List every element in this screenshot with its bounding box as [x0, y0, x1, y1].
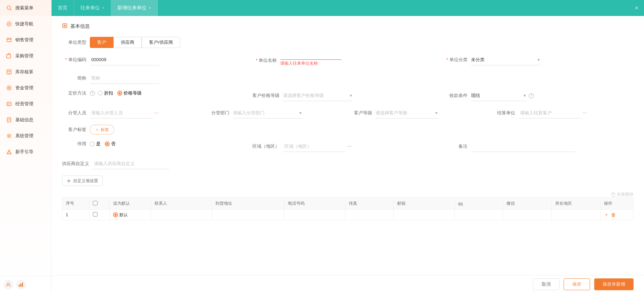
supplier-custom-input[interactable]: [93, 158, 169, 169]
sidebar-item-purchase[interactable]: 采购管理: [0, 48, 51, 64]
unit-code-input[interactable]: [90, 54, 159, 65]
contact-input[interactable]: [155, 212, 182, 217]
custom-settings-button[interactable]: 自定义项设置: [62, 176, 103, 186]
customer-price-level-placeholder: 请选择客户价格等级: [283, 92, 347, 99]
delete-row-icon[interactable]: 🗑: [611, 212, 616, 218]
cell-fax[interactable]: [345, 210, 394, 220]
sidebar-item-finance[interactable]: 资金管理: [0, 80, 51, 96]
btn-supplier[interactable]: 供应商: [113, 37, 142, 48]
region-group: 区域（地区） ···: [252, 141, 443, 152]
unit-category-select[interactable]: 未分类 ▼: [471, 54, 541, 65]
svg-rect-4: [7, 38, 11, 42]
customer-level-label: 客户等级: [348, 110, 376, 116]
customer-level-select[interactable]: 请选择客户等级 ▼: [376, 107, 438, 119]
stats-icon[interactable]: [16, 280, 26, 290]
svg-rect-24: [22, 283, 23, 287]
sidebar-sales-label: 销售管理: [15, 37, 33, 43]
settle-unit-more-btn[interactable]: ···: [581, 110, 589, 116]
sidebar-search-label: 搜索菜单: [15, 5, 33, 11]
sidebar-item-operations[interactable]: 经营管理: [0, 96, 51, 112]
radio-discount-circle: [98, 91, 103, 96]
dept-select[interactable]: 请输入分管部门 ▼: [233, 107, 303, 119]
cell-qq[interactable]: [454, 210, 503, 220]
tab-partner-list-close[interactable]: ×: [102, 6, 104, 10]
col-wechat: 微信: [503, 198, 552, 210]
unit-name-group: 单位名称 请输入往来单位名称: [252, 54, 443, 66]
sidebar-item-quicknav[interactable]: 快捷导航: [0, 16, 51, 32]
customer-price-level-select[interactable]: 请选择客户价格等级 ▼: [283, 90, 353, 101]
fax-input[interactable]: [349, 212, 370, 217]
cell-email[interactable]: [394, 210, 454, 220]
bottom-bar: 取消 保存 保存并新增: [52, 275, 644, 293]
unit-type-label: 单位类型: [62, 39, 90, 46]
cell-region[interactable]: [552, 210, 600, 220]
qq-input[interactable]: [458, 212, 479, 217]
save-and-new-button[interactable]: 保存并新增: [594, 278, 634, 290]
tab-new-partner[interactable]: 新增往来单位 ×: [111, 0, 158, 16]
add-row-icon[interactable]: ＋: [604, 212, 609, 218]
wechat-input[interactable]: [506, 212, 527, 217]
cell-actions: ＋ 🗑: [600, 210, 634, 220]
address-input[interactable]: [215, 212, 250, 217]
payment-terms-caret: ▼: [523, 93, 527, 98]
batch-delete-btn[interactable]: 批量删除: [611, 192, 634, 197]
cancel-button[interactable]: 取消: [533, 278, 559, 290]
sales-icon: [6, 36, 13, 43]
default-radio[interactable]: 默认: [113, 212, 147, 218]
save-button[interactable]: 保存: [564, 278, 590, 290]
manager-label: 分管人员: [62, 110, 90, 116]
manager-input[interactable]: [90, 107, 152, 119]
add-tag-button[interactable]: ＋ 标签: [90, 125, 114, 135]
payment-terms-select[interactable]: 现结 ▼: [471, 90, 527, 101]
cell-contact[interactable]: [151, 210, 212, 220]
radio-discount[interactable]: 折扣: [98, 90, 113, 96]
notes-input[interactable]: [471, 141, 575, 152]
close-all-tabs[interactable]: ×: [629, 0, 644, 16]
cell-check[interactable]: [89, 210, 110, 220]
settings-bar: 自定义项设置 批量删除: [62, 176, 634, 186]
cell-address[interactable]: [212, 210, 284, 220]
svg-rect-14: [7, 118, 11, 122]
sidebar-basics-label: 基础信息: [15, 117, 33, 123]
region-more-btn[interactable]: ···: [346, 143, 353, 149]
sidebar-item-search[interactable]: 搜索菜单: [0, 0, 51, 16]
cell-phone[interactable]: [284, 210, 345, 220]
sidebar-guide-label: 新手引导: [15, 149, 33, 155]
radio-price-level-circle: [117, 91, 122, 96]
sidebar-item-sales[interactable]: 销售管理: [0, 32, 51, 48]
trash-icon: [611, 192, 615, 197]
manager-more-btn[interactable]: ···: [152, 110, 160, 116]
settle-unit-input[interactable]: [519, 107, 581, 119]
svg-rect-30: [612, 194, 615, 196]
col-check[interactable]: [89, 198, 110, 210]
phone-input[interactable]: [288, 212, 316, 217]
unit-name-input[interactable]: [280, 54, 341, 60]
radio-yes[interactable]: 是: [90, 141, 101, 147]
svg-point-21: [7, 283, 9, 285]
region-table-input[interactable]: [555, 212, 576, 217]
pricing-help-icon[interactable]: ?: [90, 91, 95, 96]
customer-tag-group: 客户标签 ＋ 标签: [62, 125, 634, 135]
sidebar-item-guide[interactable]: 新手引导: [0, 144, 51, 160]
sidebar-item-system[interactable]: 系统管理: [0, 128, 51, 144]
cell-wechat[interactable]: [503, 210, 552, 220]
btn-customer[interactable]: 客户: [90, 37, 113, 48]
tab-partner-list[interactable]: 往来单位 ×: [74, 0, 111, 16]
row-checkbox[interactable]: [93, 212, 97, 217]
code-name-category-row: 单位编码 单位名称 请输入往来单位名称 单位分类 未分类 ▼: [62, 54, 634, 66]
email-input[interactable]: [397, 212, 425, 217]
tab-home[interactable]: 首页: [52, 0, 74, 16]
radio-no[interactable]: 否: [105, 141, 116, 147]
region-input[interactable]: [283, 141, 346, 152]
sidebar-item-inventory[interactable]: 库存核算: [0, 64, 51, 80]
tab-new-partner-close[interactable]: ×: [149, 6, 151, 10]
select-all-checkbox[interactable]: [93, 201, 97, 205]
customer-level-placeholder: 请选择客户等级: [376, 110, 433, 116]
add-tag-label: 标签: [101, 127, 109, 133]
radio-price-level[interactable]: 价格等级: [117, 90, 142, 96]
user-avatar-icon[interactable]: [3, 280, 13, 290]
payment-terms-help-icon[interactable]: ?: [529, 93, 534, 98]
sidebar-item-basics[interactable]: 基础信息: [0, 112, 51, 128]
btn-both[interactable]: 客户/供应商: [142, 37, 180, 48]
abbr-input[interactable]: [90, 73, 159, 84]
